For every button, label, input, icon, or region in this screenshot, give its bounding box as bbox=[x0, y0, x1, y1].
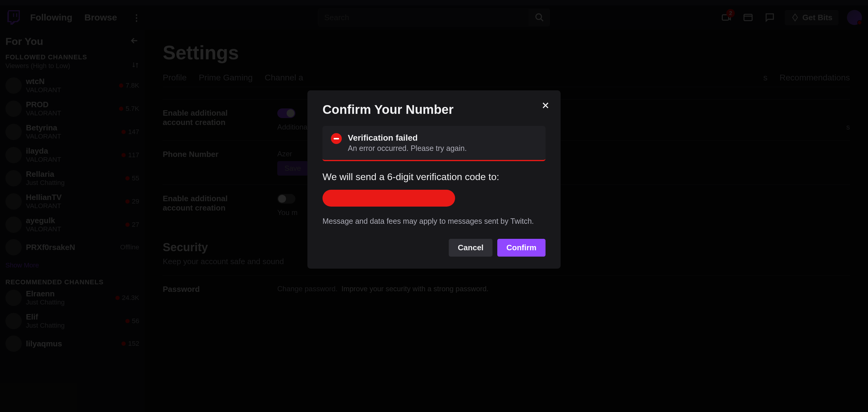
cancel-button[interactable]: Cancel bbox=[449, 239, 493, 256]
modal-title: Confirm Your Number bbox=[322, 102, 546, 117]
confirm-number-modal: Confirm Your Number Verification failed … bbox=[307, 90, 561, 269]
alert-title: Verification failed bbox=[348, 133, 467, 143]
modal-overlay: Confirm Your Number Verification failed … bbox=[0, 0, 868, 412]
modal-fine-print: Message and data fees may apply to messa… bbox=[322, 216, 546, 227]
redacted-phone-number bbox=[322, 190, 455, 207]
close-icon[interactable] bbox=[539, 99, 552, 111]
modal-body-text: We will send a 6-digit verification code… bbox=[322, 170, 546, 184]
verification-failed-alert: Verification failed An error occurred. P… bbox=[322, 126, 546, 161]
confirm-button[interactable]: Confirm bbox=[497, 239, 546, 256]
error-icon bbox=[331, 133, 342, 144]
alert-message: An error occurred. Please try again. bbox=[348, 144, 467, 153]
